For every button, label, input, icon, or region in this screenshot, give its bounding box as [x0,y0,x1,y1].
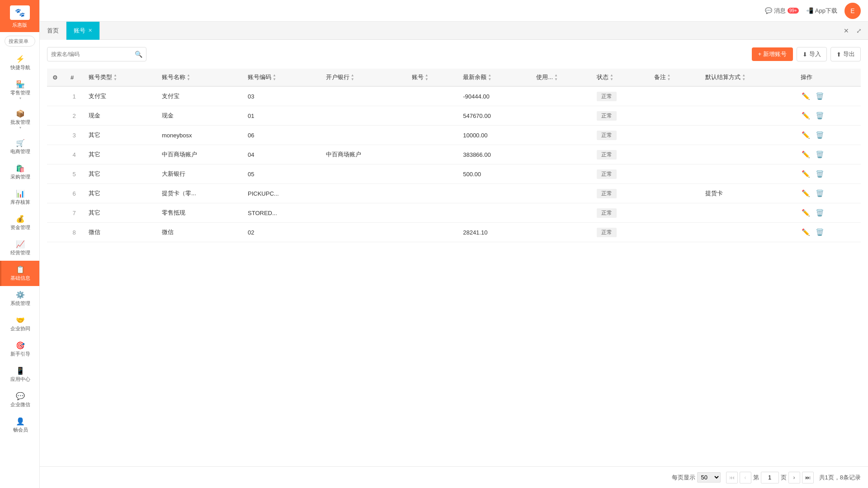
row-status-3: 正常 [591,145,649,164]
sidebar-item-guide[interactable]: 🎯 新手引导 [0,337,39,362]
sidebar-search-input[interactable] [5,36,35,47]
col-balance[interactable]: 最新余额 ▲▼ [458,69,531,86]
row-num-1: 2 [65,106,83,126]
sidebar-item-finance[interactable]: 💰 资金管理 [0,210,39,235]
sidebar-item-wholesale[interactable]: 📦 批发管理 ▾ [0,105,39,134]
col-code-label: 账号编码 [248,73,271,81]
page-size-dropdown[interactable]: 50 100 200 [697,472,721,483]
col-balance-sort: ▲▼ [488,74,491,81]
delete-button-5[interactable]: 🗑️ [815,188,825,198]
sidebar-item-purchase[interactable]: 🛍️ 采购管理 [0,160,39,185]
row-num-3: 4 [65,145,83,164]
tab-home[interactable]: 首页 [40,22,66,40]
col-bank[interactable]: 开户银行 ▲▼ [321,69,406,86]
sidebar-item-appcenter[interactable]: 📱 应用中心 [0,362,39,387]
add-account-button[interactable]: + 新增账号 [752,47,793,61]
row-default-payment-2 [700,126,795,145]
delete-button-6[interactable]: 🗑️ [815,208,825,218]
row-bank-5 [321,184,406,203]
delete-button-2[interactable]: 🗑️ [815,130,825,140]
edit-button-2[interactable]: ✏️ [801,130,811,140]
row-num-0: 1 [65,86,83,106]
col-usage-label: 使用... [536,73,553,81]
sidebar-item-shortcut[interactable]: ⚡ 快捷导航 [0,50,39,75]
sidebar-item-inventory[interactable]: 📊 库存核算 [0,185,39,210]
sidebar-item-cooperation[interactable]: 🤝 企业协同 [0,311,39,337]
export-button[interactable]: ⬆ 导出 [830,47,861,61]
row-usage-1 [531,106,591,126]
table-header-row: ⚙ # 账号类型 ▲▼ 账号名称 ▲▼ [47,69,861,86]
delete-button-7[interactable]: 🗑️ [815,227,825,237]
prev-page-button[interactable]: ‹ [740,472,751,483]
row-name-5: 提货卡（零... [156,184,242,203]
tab-expand-button[interactable]: ⤢ [854,25,864,36]
table-row: 5 其它 大新银行 05 500.00 正常 ✏️ 🗑️ [47,164,861,184]
edit-button-5[interactable]: ✏️ [801,188,811,198]
col-code[interactable]: 账号编码 ▲▼ [242,69,321,86]
sidebar-item-label-purchase: 采购管理 [10,174,30,180]
message-button[interactable]: 💬 消息 99+ [765,7,799,15]
row-bank-6 [321,203,406,223]
user-avatar[interactable]: E [844,3,861,19]
delete-button-0[interactable]: 🗑️ [815,91,825,101]
search-box[interactable]: 🔍 [47,47,146,61]
row-usage-3 [531,145,591,164]
edit-button-3[interactable]: ✏️ [801,150,811,160]
col-name[interactable]: 账号名称 ▲▼ [156,69,242,86]
col-default-payment[interactable]: 默认结算方式 ▲▼ [700,69,795,86]
delete-button-4[interactable]: 🗑️ [815,169,825,179]
sidebar-item-member[interactable]: 👤 畅会员 [0,413,39,438]
search-input[interactable] [51,51,135,57]
sidebar-item-label-basic: 基础信息 [10,275,30,282]
content-area: 🔍 + 新增账号 ⬇ 导入 ⬆ 导出 ⚙ [40,40,868,466]
tab-account[interactable]: 账号 ✕ [66,22,100,40]
col-status-label: 状态 [597,73,609,81]
download-button[interactable]: 📲 App下载 [806,7,837,15]
sidebar-item-system[interactable]: ⚙️ 系统管理 [0,286,39,311]
import-button[interactable]: ⬇ 导入 [797,47,827,61]
col-remark-sort: ▲▼ [667,74,671,81]
col-name-sort: ▲▼ [187,74,190,81]
last-page-button[interactable]: ⏭ [802,472,814,483]
edit-button-4[interactable]: ✏️ [801,169,811,179]
row-name-2: moneybosx [156,126,242,145]
row-settings-6 [47,203,65,223]
account-tab-close[interactable]: ✕ [88,28,92,33]
sidebar-item-wechat[interactable]: 💬 企业微信 [0,387,39,413]
sidebar-item-basic[interactable]: 📋 基础信息 [0,261,39,286]
delete-button-1[interactable]: 🗑️ [815,111,825,121]
col-account[interactable]: 账号 ▲▼ [406,69,458,86]
col-type-sort: ▲▼ [113,74,117,81]
sidebar-item-ecommerce[interactable]: 🛒 电商管理 [0,134,39,160]
page-size-select[interactable]: 每页显示 50 100 200 [672,472,721,483]
col-usage[interactable]: 使用... ▲▼ [531,69,591,86]
row-action-1: ✏️ 🗑️ [795,106,861,126]
row-status-2: 正常 [591,126,649,145]
edit-button-6[interactable]: ✏️ [801,208,811,218]
col-settings[interactable]: ⚙ [47,69,65,86]
row-action-2: ✏️ 🗑️ [795,126,861,145]
tab-close-all-button[interactable]: ✕ [841,25,852,36]
page-number-input[interactable] [761,472,779,483]
edit-button-1[interactable]: ✏️ [801,111,811,121]
sidebar-search-box[interactable] [0,32,39,50]
col-type[interactable]: 账号类型 ▲▼ [83,69,156,86]
row-account-3 [406,145,458,164]
col-remark[interactable]: 备注 ▲▼ [649,69,700,86]
sidebar-item-label-operation: 经营管理 [10,249,30,256]
row-balance-4: 500.00 [458,164,531,184]
edit-button-7[interactable]: ✏️ [801,227,811,237]
next-page-button[interactable]: › [788,472,800,483]
col-status[interactable]: 状态 ▲▼ [591,69,649,86]
row-account-7 [406,223,458,242]
sidebar-item-retail[interactable]: 🏪 零售管理 ▾ [0,75,39,105]
sidebar-item-label-member: 畅会员 [13,427,28,433]
sidebar-item-operation[interactable]: 📈 经营管理 [0,235,39,261]
settings-col-icon: ⚙ [52,74,58,81]
first-page-button[interactable]: ⏮ [726,472,738,483]
search-icon: 🔍 [135,51,142,58]
export-label: 导出 [843,50,855,58]
edit-button-0[interactable]: ✏️ [801,91,811,101]
delete-button-3[interactable]: 🗑️ [815,150,825,160]
row-settings-3 [47,145,65,164]
